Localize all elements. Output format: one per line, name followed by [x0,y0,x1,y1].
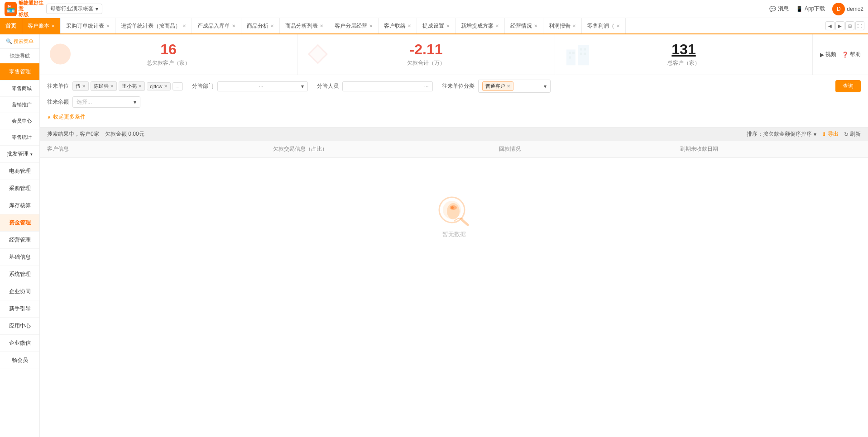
data-table: 客户信息 欠款交易信息（占比） 回款情况 到期未收款日期 [40,141,868,437]
remove-wu-tag[interactable]: ✕ [82,84,86,89]
sort-select[interactable]: 排序：按欠款金额倒序排序 ▾ [747,130,816,138]
sidebar-item-beginner-guide[interactable]: 新手引导 [0,300,39,318]
tab-home[interactable]: 首页 [0,18,22,34]
message-icon: 💬 [769,6,776,12]
sidebar-item-inventory[interactable]: 库存核算 [0,197,39,214]
empty-state: 暂无数据 [40,158,868,275]
sidebar-item-finance-mgmt[interactable]: 资金管理 [0,214,39,232]
close-tab-add-commission[interactable]: ✕ [495,24,499,28]
collapse-button[interactable]: ∧ 收起更多条件 [47,113,861,121]
svg-rect-11 [580,52,582,55]
close-tab-inbound[interactable]: ✕ [232,24,235,28]
close-tab-operations[interactable]: ✕ [534,24,537,28]
nav-fullscreen-btn[interactable]: ⛶ [855,21,864,30]
balance-select[interactable]: 选择... ▾ [72,96,140,108]
collapse-up-icon: ∧ [47,114,51,120]
svg-rect-5 [578,45,589,65]
video-link[interactable]: ▶ 视频 [820,51,836,58]
close-tab-retail-profit[interactable]: ✕ [616,24,620,28]
tab-add-commission[interactable]: 新增提成方案 ✕ [456,18,505,34]
remove-normal-customer-tag[interactable]: ✕ [507,84,510,89]
search-button[interactable]: 查询 [835,80,861,92]
close-tab-purchase-goods[interactable]: ✕ [182,24,186,28]
category-select[interactable]: 普通客户 ✕ ▾ [478,80,551,93]
sidebar-item-retail-mall[interactable]: 零售商城 [0,81,39,97]
close-tab-purchase-order[interactable]: ✕ [106,24,110,28]
category-label: 往来单位分类 [442,82,475,90]
sidebar-item-ecommerce[interactable]: 电商管理 [0,163,39,180]
filter-tag-wang[interactable]: 王小亮 ✕ [119,81,145,91]
sidebar-item-enterprise-collab[interactable]: 企业协同 [0,283,39,300]
collapse-row: ∧ 收起更多条件 [47,111,861,123]
remove-cjttcw-tag[interactable]: ✕ [164,84,168,89]
nav-expand-btn[interactable]: ⊞ [845,21,854,30]
app-download-btn[interactable]: 📱 App下载 [796,5,825,13]
close-tab-customer-ledger[interactable]: ✕ [51,24,55,28]
close-tab-commission[interactable]: ✕ [446,24,450,28]
content-area: ¥ 16 总欠款客户（家） -2.11 欠款合计（万） [40,34,868,437]
filter-tag-normal-customer[interactable]: 普通客户 ✕ [482,81,513,91]
svg-rect-6 [569,52,571,54]
sidebar-item-enterprise-wechat[interactable]: 企业微信 [0,335,39,352]
sidebar-item-marketing[interactable]: 营销推广 [0,97,39,113]
export-button[interactable]: ⬇ 导出 [822,130,839,138]
close-tab-profit[interactable]: ✕ [572,24,576,28]
nav-left-btn[interactable]: ◀ [825,21,834,30]
results-actions: 排序：按欠款金额倒序排序 ▾ ⬇ 导出 ↻ 刷新 [747,130,861,138]
tab-profit-report[interactable]: 利润报告 ✕ [543,18,582,34]
help-link[interactable]: ❓ 帮助 [842,51,861,58]
tab-operations[interactable]: 经营情况 ✕ [505,18,543,34]
stat-owed-customers: ¥ 16 总欠款客户（家） [40,34,297,75]
tab-purchase-order-stats[interactable]: 采购订单统计表 ✕ [61,18,115,34]
close-tab-goods-list[interactable]: ✕ [320,24,323,28]
close-tab-segment[interactable]: ✕ [369,24,373,28]
tab-customer-segment[interactable]: 客户分层经营 ✕ [329,18,379,34]
tab-commission-settings[interactable]: 提成设置 ✕ [417,18,456,34]
person-select-more: ··· [424,83,429,90]
filter-row-1: 往来单位 伍 ✕ 陈民强 ✕ 王小亮 ✕ cjttcw [47,80,861,93]
sidebar-item-basic-info[interactable]: 基础信息 [0,249,39,266]
sidebar-search[interactable]: 🔍 搜索菜单 [0,34,39,49]
tab-goods-analysis[interactable]: 商品分析 ✕ [241,18,280,34]
sidebar-item-system-mgmt[interactable]: 系统管理 [0,266,39,283]
unit-filter-tags: 伍 ✕ 陈民强 ✕ 王小亮 ✕ cjttcw ✕ ... [72,81,183,91]
logo-icon: 🏪 [5,2,17,16]
person-select[interactable]: ··· [342,81,433,91]
nav-right-btn[interactable]: ▶ [835,21,844,30]
demo-select[interactable]: 母婴行业演示帐套 ▾ [46,4,102,14]
tab-product-inbound[interactable]: 产成品入库单 ✕ [192,18,241,34]
tab-customer-ledger[interactable]: 客户账本 ✕ [22,18,61,34]
tab-goods-analysis-list[interactable]: 商品分析列表 ✕ [280,18,329,34]
tab-customer-contact[interactable]: 客户联络 ✕ [379,18,417,34]
sidebar: 🔍 搜索菜单 快捷导航 零售管理 零售商城 营销推广 会员中心 零售统计 批发管… [0,34,40,437]
sidebar-item-chang-member[interactable]: 畅会员 [0,352,39,369]
close-tab-goods-analysis[interactable]: ✕ [270,24,274,28]
remove-chen-tag[interactable]: ✕ [110,84,114,89]
sidebar-item-member-center[interactable]: 会员中心 [0,113,39,129]
dept-select[interactable]: ··· ▾ [217,81,308,91]
main-layout: 🔍 搜索菜单 快捷导航 零售管理 零售商城 营销推广 会员中心 零售统计 批发管… [0,34,868,437]
sidebar-item-purchase-mgmt[interactable]: 采购管理 [0,180,39,197]
more-tags-btn[interactable]: ... [173,82,183,90]
tab-retail-profit[interactable]: 零售利润（ ✕ [582,18,626,34]
sidebar-item-operations-mgmt[interactable]: 经营管理 [0,232,39,249]
filter-tag-wu[interactable]: 伍 ✕ [72,81,89,91]
filter-tag-chen[interactable]: 陈民强 ✕ [91,81,117,91]
sidebar-item-app-center[interactable]: 应用中心 [0,318,39,335]
user-menu[interactable]: D demo2 [832,3,863,15]
balance-label: 往来余额 [47,98,69,106]
tab-purchase-goods-stats[interactable]: 进货单统计表（按商品） ✕ [115,18,192,34]
message-btn[interactable]: 💬 消息 [769,5,789,13]
dept-chevron-icon: ▾ [301,83,304,90]
close-tab-contact[interactable]: ✕ [408,24,411,28]
refresh-button[interactable]: ↻ 刷新 [844,130,861,138]
sidebar-item-retail-stats[interactable]: 零售统计 [0,129,39,146]
svg-line-17 [461,219,468,225]
yuan-circle-icon: ¥ [49,43,72,66]
filter-tag-cjttcw[interactable]: cjttcw ✕ [147,82,171,90]
sidebar-quick-nav[interactable]: 快捷导航 [0,49,39,63]
sidebar-item-wholesale-mgmt[interactable]: 批发管理 ▾ [0,146,39,163]
remove-wang-tag[interactable]: ✕ [138,84,142,89]
sidebar-item-retail-mgmt[interactable]: 零售管理 [0,63,39,81]
col-repay-header: 回款情况 [499,145,680,153]
